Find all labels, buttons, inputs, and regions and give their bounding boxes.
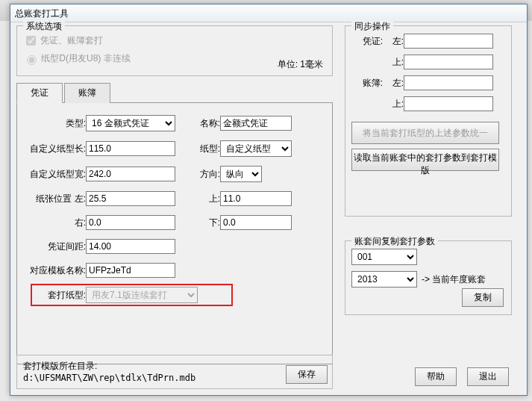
custlen-label: 自定义纸型长: [25,143,86,155]
gap-input[interactable] [86,239,175,254]
sync-v-left-label: 左: [383,35,404,48]
ptype-label: 套打纸型: [25,289,86,302]
tpl-input[interactable] [86,263,175,278]
paper-type-radio [27,55,37,65]
sync-unify-button: 将当前套打纸型的上述参数统一 [351,122,499,144]
sync-legend: 同步操作 [351,20,393,33]
pos-left-label: 纸张位置 左: [25,193,86,205]
paper-select[interactable]: 自定义纸型 [220,140,292,157]
sync-read-button[interactable]: 读取当前账套中的套打参数到套打模版 [351,149,499,171]
tab-container: 凭证 账簿 类型: 16 金额式凭证 名称: 自定义纸型长: 纸型: 自定义纸型 [16,82,333,366]
path-label: 套打模版所在目录: [23,360,326,373]
orient-label: 方向: [175,168,220,181]
copy-year-select[interactable]: 2013 [351,271,417,287]
sync-v-label: 凭证: [351,35,383,48]
window-title: 总账套打工具 [15,8,69,19]
type-select[interactable]: 16 金额式凭证 [86,115,175,131]
copy-arrow-label: -> 当前年度账套 [422,273,486,286]
template-path-group: 套打模版所在目录: d:\UFSMART\ZW\rep\tdlx\TdPrn.m… [16,355,333,389]
tab-voucher[interactable]: 凭证 [16,83,63,103]
copy-group: 账套间复制套打参数 001 2013 -> 当前年度账套 复制 [345,240,512,315]
voucher-book-label: 凭证、账簿套打 [40,35,103,46]
path-value: d:\UFSMART\ZW\rep\tdlx\TdPrn.mdb [23,373,326,383]
system-options-legend: 系统选项 [23,20,65,33]
pos-bottom-input[interactable] [220,215,292,230]
sync-group: 同步操作 凭证: 左: 上: 账簿: 左: 上: 将当前套打纸型的上述参 [345,25,512,217]
ptype-select: 用友7.1版连续套打 [86,287,198,303]
title-bar: 总账套打工具 [10,4,527,22]
gap-label: 凭证间距: [25,240,86,253]
help-button[interactable]: 帮助 [415,367,457,386]
orient-select[interactable]: 纵向 [220,166,262,182]
name-input[interactable] [220,116,292,131]
paper-label: 纸型: [175,143,220,155]
dialog-window: 总账套打工具 系统选项 凭证、账簿套打 纸型D(用友U8) 非连续 单位: 1毫… [10,4,528,396]
sync-b-left-input[interactable] [404,75,493,90]
type-label: 类型: [25,117,86,130]
custlen-input[interactable] [86,141,175,156]
pos-right-input[interactable] [86,215,175,230]
copy-button[interactable]: 复制 [462,288,504,307]
sync-b-label: 账簿: [351,77,383,90]
pos-left-input[interactable] [86,191,175,206]
copy-legend: 账套间复制套打参数 [351,235,438,248]
pos-right-label: 右: [25,217,86,229]
pos-top-label: 上: [175,193,220,205]
custwid-label: 自定义纸型宽: [25,168,86,181]
voucher-book-checkbox [26,36,36,46]
tab-book[interactable]: 账簿 [64,83,110,103]
paper-type-label: 纸型D(用友U8) 非连续 [41,53,130,63]
pos-bottom-label: 下: [175,217,220,229]
sync-b-top-input[interactable] [404,96,493,111]
save-button[interactable]: 保存 [286,365,328,384]
pos-top-input[interactable] [220,191,292,206]
sync-b-left-label: 左: [383,77,404,90]
name-label: 名称: [175,117,220,130]
exit-button[interactable]: 退出 [467,367,509,386]
custwid-input[interactable] [86,167,175,181]
sync-v-top-input[interactable] [404,55,493,69]
system-options-group: 系统选项 凭证、账簿套打 纸型D(用友U8) 非连续 单位: 1毫米 [16,25,333,76]
copy-db-select[interactable]: 001 [351,249,417,265]
tpl-label: 对应模板名称: [25,264,86,277]
sync-v-top-label: 上: [383,56,404,69]
sync-v-left-input[interactable] [404,34,493,49]
unit-label: 单位: 1毫米 [278,58,323,71]
sync-b-top-label: 上: [383,98,404,111]
